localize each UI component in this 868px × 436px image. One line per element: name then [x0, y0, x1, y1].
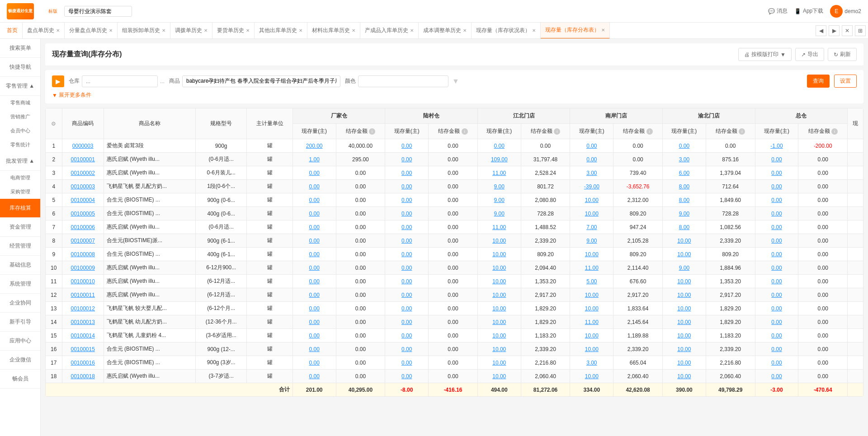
row-y1-link[interactable]: 10.00	[677, 319, 691, 325]
tab-close-material[interactable]: ✕	[352, 28, 355, 33]
code-link[interactable]: 00100011	[71, 292, 94, 298]
row-j1-link[interactable]: 109.00	[491, 156, 508, 163]
sidebar-item-marketing[interactable]: 营销推广	[0, 110, 40, 124]
goods-input[interactable]	[182, 75, 340, 87]
row-t1-link[interactable]: 0.00	[771, 305, 782, 312]
row-y1-link[interactable]: 10.00	[677, 238, 691, 244]
row-f1-link[interactable]: 0.00	[309, 278, 319, 285]
j-amt-info-icon[interactable]: i	[554, 128, 560, 135]
code-link[interactable]: 00100012	[71, 305, 94, 312]
row-f1-link[interactable]: 200.00	[306, 143, 323, 149]
row-f1-link[interactable]: 0.00	[309, 251, 319, 258]
row-l1-link[interactable]: 0.00	[401, 319, 412, 325]
row-j1-link[interactable]: 10.00	[492, 360, 506, 366]
row-l1-link[interactable]: 0.00	[401, 251, 412, 258]
row-n1-link[interactable]: 3.00	[586, 360, 597, 366]
row-y1-link[interactable]: 9.00	[679, 211, 689, 217]
code-link[interactable]: 00100016	[71, 360, 94, 366]
settings-btn[interactable]: 设置	[834, 75, 857, 88]
sidebar-item-purchase[interactable]: 采购管理	[0, 185, 40, 199]
row-n1-link[interactable]: 0.00	[586, 156, 597, 163]
row-t1-link[interactable]: 0.00	[771, 360, 782, 366]
code-link[interactable]: 00100006	[71, 224, 94, 230]
code-link[interactable]: 00100007	[71, 238, 94, 244]
row-t1-link[interactable]: 0.00	[771, 292, 782, 298]
row-l1-link[interactable]: 0.00	[401, 333, 412, 339]
sidebar-item-member[interactable]: 会员中心	[0, 124, 40, 138]
tab-assemble[interactable]: 组装拆卸单历史 ✕	[118, 23, 170, 39]
row-l1-link[interactable]: 0.00	[401, 373, 412, 380]
row-y1-link[interactable]: 6.00	[679, 170, 689, 176]
row-f1-link[interactable]: 0.00	[309, 292, 319, 298]
filter-toggle-btn[interactable]: ▶	[52, 75, 64, 87]
f-amt-info-icon[interactable]: i	[369, 128, 375, 135]
row-y1-link[interactable]: 10.00	[677, 278, 691, 285]
color-input[interactable]	[358, 75, 448, 87]
sidebar-item-app-center[interactable]: 应用中心	[0, 332, 40, 351]
tab-material-out[interactable]: 材料出库单历史 ✕	[307, 23, 360, 39]
row-n1-link[interactable]: 10.00	[585, 292, 599, 298]
row-t1-link[interactable]: 0.00	[771, 211, 782, 217]
row-n1-link[interactable]: 5.00	[586, 278, 597, 285]
row-l1-link[interactable]: 0.00	[401, 224, 412, 230]
row-l1-link[interactable]: 0.00	[401, 156, 412, 163]
row-f1-link[interactable]: 0.00	[309, 238, 319, 244]
row-t1-link[interactable]: 0.00	[771, 224, 782, 230]
tab-requisition[interactable]: 要货单历史 ✕	[212, 23, 255, 39]
row-y1-link[interactable]: 3.00	[679, 156, 689, 163]
tab-product-in[interactable]: 产成品入库单历史 ✕	[360, 23, 419, 39]
row-j1-link[interactable]: 10.00	[492, 278, 506, 285]
row-f1-link[interactable]: 0.00	[309, 265, 319, 271]
print-btn[interactable]: 🖨 按模版打印 ▼	[738, 48, 792, 61]
row-f1-link[interactable]: 0.00	[309, 373, 319, 380]
row-t1-link[interactable]: 0.00	[771, 319, 782, 325]
row-t1-link[interactable]: -1.00	[770, 143, 783, 149]
row-n1-link[interactable]: 10.00	[585, 333, 599, 339]
row-y1-link[interactable]: 10.00	[677, 251, 691, 258]
row-t1-link[interactable]: 0.00	[771, 265, 782, 271]
row-l1-link[interactable]: 0.00	[401, 278, 412, 285]
code-link[interactable]: 00100003	[71, 183, 94, 190]
row-j1-link[interactable]: 11.00	[492, 224, 506, 230]
code-link[interactable]: 00100013	[71, 319, 94, 325]
row-t1-link[interactable]: 0.00	[771, 251, 782, 258]
sidebar-item-retail-mgmt[interactable]: 零售管理 ▲	[0, 77, 40, 96]
row-n1-link[interactable]: 0.00	[586, 143, 597, 149]
row-t1-link[interactable]: 0.00	[771, 183, 782, 190]
row-l1-link[interactable]: 0.00	[401, 360, 412, 366]
sidebar-item-wholesale[interactable]: 批发管理 ▲	[0, 152, 40, 171]
export-btn[interactable]: ↗ 导出	[795, 48, 824, 61]
l-amt-info-icon[interactable]: i	[462, 128, 468, 135]
row-f1-link[interactable]: 0.00	[309, 170, 319, 176]
row-y1-link[interactable]: 10.00	[677, 373, 691, 380]
row-y1-link[interactable]: 8.00	[679, 183, 689, 190]
org-selector[interactable]: 母婴行业演示陈套	[64, 6, 132, 17]
row-n1-link[interactable]: 3.00	[586, 170, 597, 176]
row-l1-link[interactable]: 0.00	[401, 183, 412, 190]
tab-cost-adjust[interactable]: 成本调整单历史 ✕	[419, 23, 472, 39]
tab-close-cost[interactable]: ✕	[463, 28, 467, 33]
row-j1-link[interactable]: 9.00	[494, 183, 505, 190]
t-amt-info-icon[interactable]: i	[831, 128, 838, 135]
row-f1-link[interactable]: 1.00	[309, 156, 319, 163]
row-y1-link[interactable]: 9.00	[679, 265, 689, 271]
code-link[interactable]: 00100015	[71, 346, 94, 352]
row-t1-link[interactable]: 0.00	[771, 333, 782, 339]
tab-close-assemble[interactable]: ✕	[162, 28, 165, 33]
row-t1-link[interactable]: 0.00	[771, 346, 782, 352]
sidebar-item-ecommerce[interactable]: 电商管理	[0, 171, 40, 185]
row-j1-link[interactable]: 10.00	[492, 292, 506, 298]
row-t1-link[interactable]: 0.00	[771, 278, 782, 285]
code-link[interactable]: 00100018	[71, 373, 94, 380]
sidebar-item-enterprise-wechat[interactable]: 企业微信	[0, 351, 40, 370]
warehouse-more-btn[interactable]: ...	[160, 78, 165, 84]
tab-close-split[interactable]: ✕	[109, 28, 113, 33]
query-btn[interactable]: 查询	[807, 75, 830, 88]
row-f1-link[interactable]: 0.00	[309, 224, 319, 230]
row-j1-link[interactable]: 10.00	[492, 238, 506, 244]
row-t1-link[interactable]: 0.00	[771, 197, 782, 203]
y-amt-info-icon[interactable]: i	[739, 128, 745, 135]
tab-close-other[interactable]: ✕	[299, 28, 302, 33]
row-j1-link[interactable]: 10.00	[492, 319, 506, 325]
row-j1-link[interactable]: 10.00	[492, 305, 506, 312]
